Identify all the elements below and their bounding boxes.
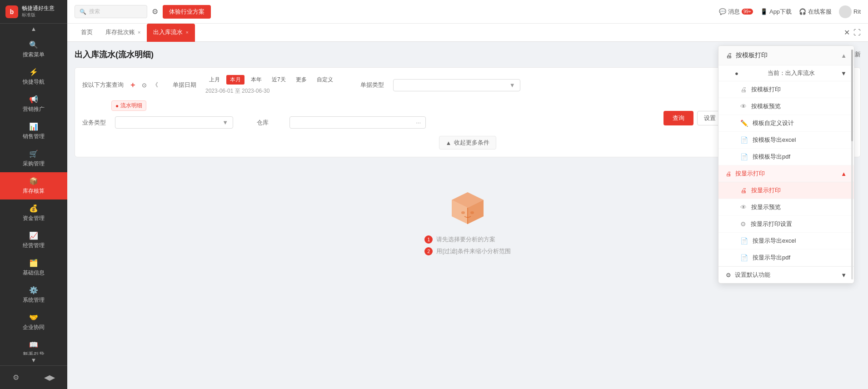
sidebar-item-marketing[interactable]: 📢 营销推广 xyxy=(0,90,67,118)
sidebar-item-label: 库存核算 xyxy=(23,187,45,195)
date-tab-this-month[interactable]: 本月 xyxy=(226,75,244,85)
cooperation-icon: 🤝 xyxy=(29,313,38,322)
online-service-button[interactable]: 🎧 在线客服 xyxy=(799,8,832,16)
footer-settings-arrow: ▼ xyxy=(841,272,847,279)
dropdown-header-collapse-button[interactable]: ▲ xyxy=(841,52,847,59)
purchase-icon: 🛒 xyxy=(29,150,38,158)
app-download-button[interactable]: 📱 App下载 xyxy=(760,8,792,16)
footer-settings-icon: ⚙ xyxy=(726,272,731,279)
filter-add-button[interactable]: ＋ xyxy=(129,80,136,90)
user-profile-button[interactable]: Rit xyxy=(839,5,861,18)
date-tab-custom[interactable]: 自定义 xyxy=(313,75,337,85)
system-icon: ⚙️ xyxy=(29,286,38,294)
settings-icon[interactable]: ⚙ xyxy=(152,7,158,16)
filter-settings-button[interactable]: ⊙ xyxy=(142,82,147,89)
template-custom-label: 模板自定义设计 xyxy=(753,119,794,127)
message-label: 消息 xyxy=(728,8,740,16)
maximize-button[interactable]: ⛶ xyxy=(853,29,861,37)
sidebar-item-quick-nav[interactable]: ⚡ 快捷导航 xyxy=(0,63,67,90)
dropdown-footer-settings[interactable]: ⚙ 设置默认功能 ▼ xyxy=(718,266,854,283)
template-custom-icon: ✏️ xyxy=(740,120,748,127)
industry-solution-button[interactable]: 体验行业方案 xyxy=(163,5,211,19)
filter-section-label: 按以下方案查询 xyxy=(82,81,124,89)
tab-flow-label: 出入库流水 xyxy=(153,28,183,36)
date-tabs: 上月 本月 本年 近7天 更多 自定义 xyxy=(205,75,337,85)
dropdown-header[interactable]: 🖨 按模板打印 ▲ xyxy=(718,46,854,65)
message-badge: 99+ xyxy=(742,9,753,15)
sidebar-item-operations[interactable]: 📈 经营管理 xyxy=(0,227,67,254)
date-tab-more[interactable]: 更多 xyxy=(292,75,310,85)
dropdown-print-icon: 🖨 xyxy=(726,52,732,59)
message-button[interactable]: 💬 消息 99+ xyxy=(719,8,753,16)
svg-point-6 xyxy=(461,211,465,214)
close-tab-flow-button[interactable]: × xyxy=(185,30,188,35)
close-tab-batch-account-button[interactable]: × xyxy=(138,30,140,35)
document-type-select[interactable]: ▼ xyxy=(393,79,520,91)
dropdown-item-template-excel[interactable]: 📄 按模板导出excel xyxy=(718,132,854,149)
display-print-icon: 🖨 xyxy=(740,187,747,194)
tab-batch-account[interactable]: 库存批次账 × xyxy=(99,24,147,42)
warehouse-select[interactable]: ··· xyxy=(289,116,426,129)
settings-bottom-button[interactable]: ⚙ xyxy=(10,370,22,384)
dropdown-item-display-print[interactable]: 🖨 按显示打印 xyxy=(718,182,854,199)
dropdown-item-template-preview[interactable]: 👁 按模板预览 xyxy=(718,98,854,115)
current-template-label: 当前：出入库流水 xyxy=(768,69,815,77)
collapse-sidebar-button[interactable]: ◀▶ xyxy=(41,370,58,384)
tab-home[interactable]: 首页 xyxy=(75,24,99,42)
online-service-label: 在线客服 xyxy=(808,8,832,16)
scroll-down-button[interactable]: ▼ xyxy=(0,355,67,365)
template-pdf-label: 按模板导出pdf xyxy=(753,153,790,161)
close-all-tabs-button[interactable]: ✕ xyxy=(844,28,850,37)
current-template-arrow-icon: ▼ xyxy=(841,70,847,77)
sidebar-item-label: 企业协同 xyxy=(23,324,45,331)
sidebar-item-basic[interactable]: 🗂️ 基础信息 xyxy=(0,254,67,281)
dropdown-item-display-pdf[interactable]: 📄 按显示导出pdf xyxy=(718,249,854,266)
date-tab-last-month[interactable]: 上月 xyxy=(205,75,224,85)
sidebar-item-cooperation[interactable]: 🤝 企业协同 xyxy=(0,309,67,336)
dropdown-item-display-settings[interactable]: ⚙ 按显示打印设置 xyxy=(718,216,854,233)
date-tab-this-year[interactable]: 本年 xyxy=(247,75,265,85)
page-title: 出入库流水(流水明细) xyxy=(75,49,154,60)
filter-tag-label: 流水明细 xyxy=(120,102,142,110)
template-excel-label: 按模板导出excel xyxy=(753,136,796,144)
sidebar-item-guide[interactable]: 📖 新手引导 xyxy=(0,336,67,355)
filter-collapse-button[interactable]: 《 xyxy=(152,81,158,89)
collapse-conditions-button[interactable]: ▲ 收起更多条件 xyxy=(439,136,497,150)
sidebar-item-label: 基础信息 xyxy=(23,269,45,277)
dropdown-item-template-custom[interactable]: ✏️ 模板自定义设计 xyxy=(718,115,854,132)
sidebar-item-finance[interactable]: 💰 资金管理 xyxy=(0,199,67,227)
display-excel-label: 按显示导出excel xyxy=(753,237,796,245)
message-icon: 💬 xyxy=(719,8,726,15)
step-1-number: 1 xyxy=(424,235,433,244)
tabs-controls: ✕ ⛶ xyxy=(844,28,861,37)
business-type-arrow-icon: ▼ xyxy=(222,119,228,126)
topbar: 🔍 搜索 ⚙ 体验行业方案 💬 消息 99+ 📱 App下载 🎧 在线客服 xyxy=(67,0,868,24)
dropdown-item-template-pdf[interactable]: 📄 按模板导出pdf xyxy=(718,149,854,165)
sidebar-item-search-menu[interactable]: 🔍 搜索菜单 xyxy=(0,36,67,63)
empty-illustration xyxy=(445,190,490,226)
marketing-icon: 📢 xyxy=(29,95,38,104)
dropdown-current-template[interactable]: ● 当前：出入库流水 ▼ xyxy=(718,65,854,81)
date-tab-7days[interactable]: 近7天 xyxy=(268,75,289,85)
dropdown-item-template-print[interactable]: 🖨 按模板打印 xyxy=(718,81,854,98)
quick-nav-icon: ⚡ xyxy=(29,68,38,76)
sidebar-item-purchase[interactable]: 🛒 采购管理 xyxy=(0,145,67,172)
display-pdf-icon: 📄 xyxy=(740,254,748,261)
filter-tag-item[interactable]: ● 流水明细 xyxy=(111,100,146,111)
sidebar-item-inventory[interactable]: 📦 库存核算 xyxy=(0,172,67,199)
panel-scrollbar xyxy=(851,50,853,279)
sidebar-item-system[interactable]: ⚙️ 系统管理 xyxy=(0,281,67,309)
dropdown-item-display-preview[interactable]: 👁 按显示预览 xyxy=(718,199,854,216)
collapse-conditions-label: 收起更多条件 xyxy=(454,139,489,147)
scroll-up-button[interactable]: ▲ xyxy=(0,24,67,34)
search-box[interactable]: 🔍 搜索 xyxy=(75,5,147,18)
display-print-section-header[interactable]: 🖨 按显示打印 ▲ xyxy=(718,165,854,182)
dropdown-item-display-excel[interactable]: 📄 按显示导出excel xyxy=(718,233,854,249)
empty-steps: 1 请先选择要分析的方案 2 用[过滤]条件来缩小分析范围 xyxy=(424,234,510,257)
tab-flow[interactable]: 出入库流水 × xyxy=(147,24,195,42)
business-type-select[interactable]: ▼ xyxy=(115,116,233,129)
sidebar-item-label: 采购管理 xyxy=(23,160,45,168)
sidebar-item-sales[interactable]: 📊 销售管理 xyxy=(0,118,67,145)
tab-batch-account-label: 库存批次账 xyxy=(105,28,135,36)
query-button[interactable]: 查询 xyxy=(663,111,693,125)
